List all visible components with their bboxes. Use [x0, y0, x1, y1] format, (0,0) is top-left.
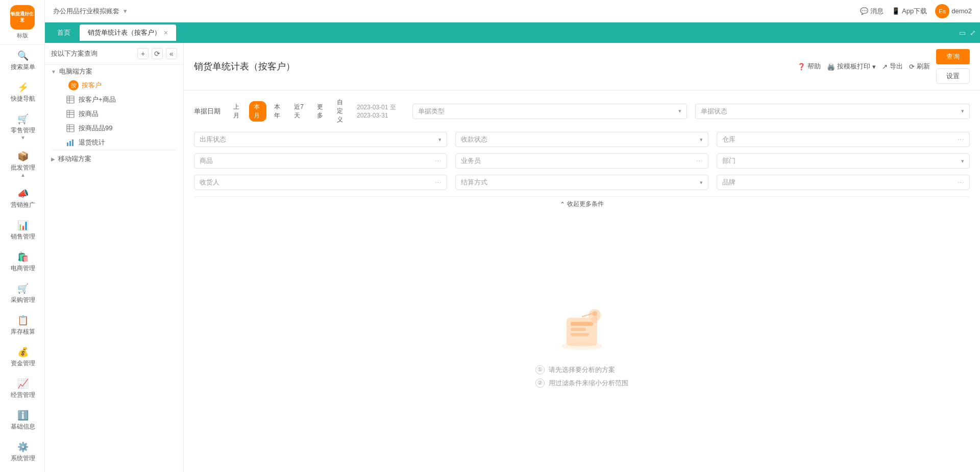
date-quick-buttons: 上月 本月 本年 近7天 更多 自定义 2023-03-01 至 2023-03… [229, 97, 404, 126]
search-icon: 🔍 [17, 50, 29, 61]
date-btn-custom[interactable]: 自定义 [332, 97, 354, 126]
sidebar-item-basic[interactable]: ℹ️ 基础信息 [0, 405, 44, 436]
sidebar-item-wholesale[interactable]: 📦 批发管理 ▲ [0, 146, 44, 183]
sidebar-item-sales[interactable]: 📊 销售管理 [0, 215, 44, 246]
refresh-page-icon: ⟳ [909, 63, 915, 70]
order-status-select[interactable]: 单据状态 ▾ [695, 104, 970, 119]
tree-node-by-customer[interactable]: 按 按客户 [45, 78, 183, 92]
add-scheme-button[interactable]: + [137, 48, 149, 59]
table-icon-3 [65, 123, 76, 133]
print-button[interactable]: 🖨️ 按模板打印 ▾ [827, 62, 876, 71]
date-btn-this-month[interactable]: 本月 [249, 101, 266, 122]
left-panel-header: 按以下方案查询 + ⟳ « [45, 43, 183, 65]
bar-chart-icon [65, 137, 76, 148]
tab-sales-stat[interactable]: 销货单统计表（按客户） × [80, 25, 176, 41]
sidebar-item-purchase[interactable]: 🛒 采购管理 [0, 278, 44, 310]
tree-mobile-group[interactable]: ▶ 移动端方案 [45, 152, 183, 166]
tree-node-by-customer-product[interactable]: 按客户+商品 [45, 92, 183, 107]
brand-select[interactable]: 品牌 ··· [717, 175, 970, 190]
payment-status-select[interactable]: 收款状态 ▾ [455, 132, 708, 147]
warehouse-select[interactable]: 仓库 ··· [717, 132, 970, 147]
app-download-button[interactable]: 📱 App下载 [892, 7, 927, 16]
department-arrow: ▾ [961, 158, 964, 164]
svg-rect-12 [67, 143, 68, 146]
svg-point-21 [592, 311, 597, 316]
table-icon-1 [65, 95, 76, 105]
inventory-icon: 📋 [17, 315, 29, 326]
sidebar-item-management[interactable]: 📈 经营管理 [0, 373, 44, 405]
wholesale-arrow: ▲ [20, 172, 26, 178]
tab-minimize-icon[interactable]: ▭ [959, 29, 966, 37]
sidebar-item-inventory[interactable]: 📋 库存核算 [0, 310, 44, 341]
salesperson-select[interactable]: 业务员 ··· [455, 153, 708, 169]
collapse-icon: « [169, 50, 174, 58]
tree-arrow-right: ▶ [51, 156, 55, 162]
order-type-select[interactable]: 单据类型 ▾ [412, 104, 687, 119]
sidebar-item-ecommerce[interactable]: 🛍️ 电商管理 [0, 246, 44, 278]
hint-num-1: ① [535, 365, 545, 374]
topbar-left: 办公用品行业模拟账套 ▾ [53, 7, 127, 16]
page-header: 销货单统计表（按客户） ❓ 帮助 🖨️ 按模板打印 ▾ ↗ [184, 43, 980, 90]
order-type-arrow: ▾ [678, 108, 681, 114]
sidebar-item-search[interactable]: 🔍 搜索菜单 [0, 45, 44, 77]
tab-maximize-icon[interactable]: ⤢ [970, 29, 976, 37]
department-select[interactable]: 部门 ▾ [717, 153, 970, 169]
user-menu[interactable]: Ea demo2 [935, 4, 972, 18]
date-btn-this-year[interactable]: 本年 [270, 101, 287, 122]
empty-illustration [551, 302, 612, 355]
sidebar-item-shortcuts[interactable]: ⚡ 快捷导航 [0, 77, 44, 108]
sidebar-item-retail[interactable]: 🛒 零售管理 ▼ [0, 108, 44, 146]
refresh-scheme-button[interactable]: ⟳ [152, 48, 163, 59]
refresh-button[interactable]: ⟳ 刷新 [909, 62, 930, 71]
help-button[interactable]: ❓ 帮助 [797, 62, 821, 71]
system-icon: ⚙️ [17, 441, 29, 453]
marketing-icon: 📣 [17, 188, 29, 199]
date-label: 单据日期 [194, 107, 220, 116]
download-icon: 📱 [892, 7, 900, 15]
hint-num-2: ② [535, 379, 545, 388]
sidebar-item-finance[interactable]: 💰 资金管理 [0, 341, 44, 373]
tabbar: 首页 销货单统计表（按客户） × ▭ ⤢ [45, 22, 980, 43]
refresh-icon: ⟳ [154, 50, 160, 58]
receiver-dots: ··· [435, 178, 442, 187]
purchase-icon: 🛒 [17, 283, 29, 294]
collapse-panel-button[interactable]: « [166, 48, 177, 59]
tree-node-by-product[interactable]: 按商品 [45, 107, 183, 121]
svg-rect-17 [571, 322, 593, 326]
collapse-bar[interactable]: ⌃ 收起更多条件 [194, 196, 970, 211]
query-button[interactable]: 查询 [936, 49, 970, 64]
filter-row-3: 商品 ··· 业务员 ··· 部门 ▾ [194, 153, 970, 169]
sidebar-item-system[interactable]: ⚙️ 系统管理 [0, 436, 44, 468]
export-button[interactable]: ↗ 导出 [882, 62, 903, 71]
sidebar-nav: 🔍 搜索菜单 ⚡ 快捷导航 🛒 零售管理 ▼ 📦 批发管理 ▲ 📣 营销推广 📊… [0, 45, 44, 472]
message-button[interactable]: 💬 消息 [860, 7, 884, 16]
product-select[interactable]: 商品 ··· [194, 153, 447, 169]
tab-close-icon[interactable]: × [164, 29, 168, 36]
receiver-select[interactable]: 收货人 ··· [194, 175, 447, 190]
tree-node-return-stat[interactable]: 退货统计 [45, 135, 183, 150]
tab-home[interactable]: 首页 [49, 25, 79, 41]
lightning-icon: ⚡ [17, 82, 29, 93]
action-buttons: 查询 设置 [936, 49, 970, 84]
svg-rect-22 [592, 317, 597, 323]
page-title: 销货单统计表（按客户） [194, 60, 295, 73]
tree-desktop-group[interactable]: ▼ 电脑端方案 [45, 65, 183, 78]
filter-row-4: 收货人 ··· 结算方式 ▾ 品牌 ··· [194, 175, 970, 190]
date-btn-7days[interactable]: 近7天 [289, 101, 309, 122]
empty-hints: ① 请先选择要分析的方案 ② 用过滤条件来缩小分析范围 [535, 365, 628, 388]
tree-divider [51, 150, 177, 150]
date-btn-last-month[interactable]: 上月 [229, 101, 246, 122]
out-status-select[interactable]: 出库状态 ▾ [194, 132, 447, 147]
settlement-select[interactable]: 结算方式 ▾ [455, 175, 708, 190]
brand-dots: ··· [958, 178, 964, 187]
tree-node-by-product99[interactable]: 按商品品99 [45, 121, 183, 135]
sidebar-item-cooperation[interactable]: 🤝 企业协同 [0, 468, 44, 472]
management-icon: 📈 [17, 378, 29, 389]
finance-icon: 💰 [17, 346, 29, 358]
setting-button[interactable]: 设置 [936, 68, 970, 84]
sidebar: 畅捷通好生意 标版 🔍 搜索菜单 ⚡ 快捷导航 🛒 零售管理 ▼ 📦 批发管理 … [0, 0, 45, 472]
sidebar-item-marketing[interactable]: 📣 营销推广 [0, 183, 44, 215]
dropdown-icon[interactable]: ▾ [124, 7, 127, 15]
date-btn-more[interactable]: 更多 [312, 101, 330, 122]
svg-rect-14 [72, 139, 74, 146]
